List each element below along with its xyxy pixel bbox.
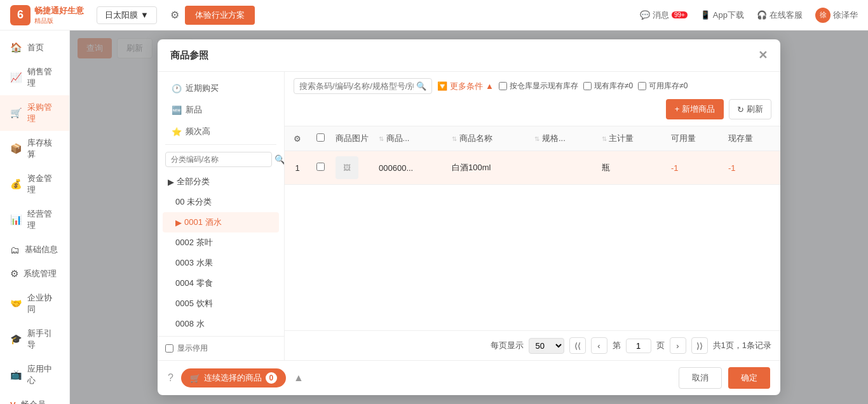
tree-item-0001[interactable]: ▶ 0001 酒水 bbox=[163, 212, 279, 232]
help-icon[interactable]: ? bbox=[168, 372, 173, 384]
tab-frequent[interactable]: ⭐ 频次高 bbox=[165, 121, 276, 142]
app-icon: 📱 bbox=[700, 10, 710, 20]
sidebar-item-member[interactable]: V 畅会员 bbox=[0, 393, 69, 404]
add-product-button[interactable]: + 新增商品 bbox=[666, 99, 724, 119]
sidebar-item-inventory[interactable]: 📦 库存核算 bbox=[0, 131, 69, 166]
message-label: 消息 bbox=[653, 10, 669, 21]
col-header-stock[interactable]: 现存量 bbox=[723, 126, 780, 151]
username-label: 徐泽华 bbox=[833, 10, 858, 21]
col-header-code[interactable]: ⇅ 商品... bbox=[374, 126, 447, 151]
tree-item-0004[interactable]: 0004 零食 bbox=[163, 273, 279, 293]
left-panel: 🕐 近期购买 🆕 新品 ⭐ 频次高 bbox=[158, 72, 285, 360]
sidebar-label-member: 畅会员 bbox=[21, 399, 46, 404]
page-last-button[interactable]: ⟩⟩ bbox=[691, 337, 708, 354]
dialog-header: 商品参照 ✕ bbox=[158, 39, 780, 72]
page-next-button[interactable]: › bbox=[670, 337, 686, 354]
checkbox-available-stock[interactable]: 可用库存≠0 bbox=[638, 81, 688, 91]
org-name: 日太阳膜 bbox=[105, 10, 138, 21]
frequent-icon: ⭐ bbox=[172, 127, 182, 137]
tree-label-0002: 0002 茶叶 bbox=[175, 237, 213, 248]
footer-actions: 取消 确定 bbox=[679, 367, 770, 389]
tree-item-0002[interactable]: 0002 茶叶 bbox=[163, 232, 279, 253]
tree-item-all[interactable]: ▶ 全部分类 bbox=[163, 172, 279, 192]
tree-item-0008[interactable]: 0008 水 bbox=[163, 314, 279, 334]
category-search-input[interactable] bbox=[165, 152, 272, 167]
confirm-button[interactable]: 确定 bbox=[728, 367, 770, 389]
close-button[interactable]: ✕ bbox=[758, 48, 768, 62]
current-stock-checkbox[interactable] bbox=[583, 82, 592, 90]
sidebar-item-appcenter[interactable]: 📺 应用中心 bbox=[0, 357, 69, 393]
cancel-button[interactable]: 取消 bbox=[679, 367, 722, 389]
select-all-checkbox[interactable] bbox=[316, 133, 325, 142]
cell-check[interactable] bbox=[310, 151, 330, 185]
tree-arrow-0001: ▶ bbox=[175, 218, 182, 227]
tree-label-all: 全部分类 bbox=[177, 176, 210, 187]
filter-button[interactable]: 🔽 更多条件 ▲ bbox=[437, 81, 494, 92]
message-item[interactable]: 💬 消息 99+ bbox=[640, 10, 688, 21]
sidebar-item-guide[interactable]: 🎓 新手引导 bbox=[0, 321, 69, 357]
page-prev-button[interactable]: ‹ bbox=[591, 337, 607, 354]
show-disabled-label[interactable]: 显示停用 bbox=[165, 343, 276, 354]
app-download-item[interactable]: 📱 App下载 bbox=[700, 10, 744, 21]
page-number-input[interactable] bbox=[626, 339, 651, 353]
product-search-input[interactable] bbox=[299, 81, 414, 91]
page-first-button[interactable]: ⟨⟨ bbox=[569, 337, 586, 354]
sort-code-icon: ⇅ bbox=[379, 135, 384, 142]
tree-label-0003: 0003 水果 bbox=[175, 257, 213, 269]
sales-icon: 📈 bbox=[10, 72, 22, 83]
home-icon: 🏠 bbox=[10, 42, 22, 53]
page-unit: 页 bbox=[656, 340, 665, 351]
finance-icon: 💰 bbox=[10, 178, 22, 190]
dialog-body: 🕐 近期购买 🆕 新品 ⭐ 频次高 bbox=[158, 72, 780, 360]
user-item[interactable]: 徐 徐泽华 bbox=[815, 8, 858, 23]
footer-collapse-icon[interactable]: ▲ bbox=[294, 372, 304, 384]
message-icon: 💬 bbox=[640, 10, 650, 20]
sidebar-item-basic[interactable]: 🗂 基础信息 bbox=[0, 238, 69, 262]
sidebar-item-finance[interactable]: 💰 资金管理 bbox=[0, 166, 69, 202]
table-row[interactable]: 1 🖼 bbox=[285, 151, 780, 185]
col-header-available[interactable]: 可用量 bbox=[666, 126, 723, 151]
cart-button[interactable]: 🛒 连续选择的商品 0 bbox=[181, 368, 286, 387]
sidebar-item-sales[interactable]: 📈 销售管理 bbox=[0, 60, 69, 95]
tree-item-0003[interactable]: 0003 水果 bbox=[163, 253, 279, 273]
sidebar-label-inventory: 库存核算 bbox=[27, 137, 59, 160]
sidebar-item-operations[interactable]: 📊 经营管理 bbox=[0, 202, 69, 238]
refresh-button[interactable]: ↻ 刷新 bbox=[729, 99, 771, 119]
sidebar-item-purchase[interactable]: 🛒 采购管理 bbox=[0, 95, 69, 131]
available-stock-checkbox[interactable] bbox=[638, 82, 646, 90]
org-dropdown[interactable]: 日太阳膜 ▼ bbox=[97, 6, 157, 24]
product-image: 🖼 bbox=[336, 156, 358, 179]
settings-col-icon[interactable]: ⚙ bbox=[294, 134, 301, 144]
row-checkbox[interactable] bbox=[316, 163, 325, 171]
sidebar-label-purchase: 采购管理 bbox=[27, 102, 59, 125]
tree-item-0005[interactable]: 0005 饮料 bbox=[163, 293, 279, 314]
online-service-item[interactable]: 🎧 在线客服 bbox=[757, 10, 803, 21]
product-reference-dialog: 商品参照 ✕ 🕐 近期购买 🆕 bbox=[158, 39, 780, 395]
col-header-spec[interactable]: ⇅ 规格... bbox=[529, 126, 597, 151]
appcenter-icon: 📺 bbox=[10, 369, 22, 380]
dialog-title: 商品参照 bbox=[170, 50, 208, 62]
sidebar-item-system[interactable]: ⚙ 系统管理 bbox=[0, 262, 69, 286]
sidebar-item-home[interactable]: 🏠 首页 bbox=[0, 36, 69, 60]
online-service-label: 在线客服 bbox=[770, 10, 803, 21]
table-header-row: ⚙ 商品图片 bbox=[285, 126, 780, 151]
tree-item-00[interactable]: 00 未分类 bbox=[163, 192, 279, 212]
tab-recent-purchase[interactable]: 🕐 近期购买 bbox=[165, 78, 276, 98]
sidebar-item-collab[interactable]: 🤝 企业协同 bbox=[0, 286, 69, 321]
show-disabled-checkbox[interactable] bbox=[165, 344, 173, 353]
checkbox-current-stock[interactable]: 现有库存≠0 bbox=[583, 81, 633, 91]
tab-new-product[interactable]: 🆕 新品 bbox=[165, 100, 276, 120]
col-header-name[interactable]: ⇅ 商品名称 bbox=[447, 126, 529, 151]
product-search-icon[interactable]: 🔍 bbox=[416, 81, 426, 91]
checkbox-show-stock[interactable]: 按仓库显示现有库存 bbox=[499, 81, 578, 91]
category-search-icon[interactable]: 🔍 bbox=[275, 154, 285, 165]
tree-arrow-all: ▶ bbox=[168, 177, 174, 187]
col-header-unit[interactable]: ⇅ 主计量 bbox=[597, 126, 666, 151]
settings-icon[interactable]: ⚙ bbox=[165, 5, 185, 25]
sidebar-label-sales: 销售管理 bbox=[27, 66, 59, 89]
sort-unit-icon: ⇅ bbox=[602, 135, 607, 142]
cta-button[interactable]: 体验行业方案 bbox=[185, 6, 255, 25]
show-stock-checkbox[interactable] bbox=[499, 82, 507, 90]
page-size-select[interactable]: 50 10 20 100 bbox=[529, 338, 564, 354]
col-header-img: 商品图片 bbox=[330, 126, 374, 151]
